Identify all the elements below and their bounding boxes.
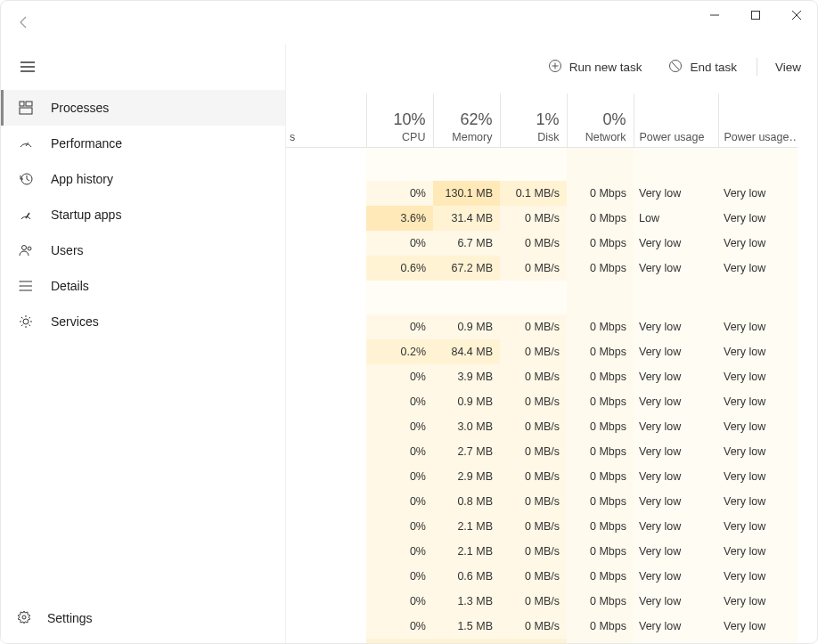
cell: Very low <box>634 489 718 514</box>
table-row[interactable] <box>286 281 798 314</box>
table-row[interactable]: 0%0.8 MB0 MB/s0 MbpsVery lowVery low <box>286 489 798 514</box>
cell: 0.6% <box>366 256 433 281</box>
cell <box>286 589 366 614</box>
nav-item-services[interactable]: Services <box>1 304 285 339</box>
table-row[interactable]: 0%2.1 MB0 MB/s0 MbpsVery lowVery low <box>286 539 798 564</box>
table-row[interactable]: 0%2.7 MB0 MB/s0 MbpsVery lowVery low <box>286 439 798 464</box>
nav-item-users[interactable]: Users <box>1 232 285 268</box>
cell: Very low <box>634 181 718 206</box>
cell: 0 MB/s <box>500 589 567 614</box>
cell <box>286 514 366 539</box>
cell: Very low <box>718 364 798 389</box>
table-row[interactable]: 0%0.9 MB0 MB/s0 MbpsVery lowVery low <box>286 314 798 339</box>
nav-item-performance[interactable]: Performance <box>1 126 285 161</box>
cell: 0 MB/s <box>500 514 567 539</box>
hamburger-button[interactable] <box>6 49 49 85</box>
table-row[interactable]: 0%3.0 MB0 MB/s0 MbpsVery lowVery low <box>286 414 798 439</box>
close-button[interactable] <box>776 1 817 29</box>
cell: Very low <box>718 464 798 489</box>
cell: Very low <box>634 314 718 339</box>
cell: 3.9 MB <box>433 364 500 389</box>
cell: 2.9 MB <box>433 464 500 489</box>
table-row[interactable]: 0%0.9 MB0 MB/s0 MbpsVery lowVery low <box>286 389 798 414</box>
cell: 0 MB/s <box>500 314 567 339</box>
cell: 0 MB/s <box>500 364 567 389</box>
nav-label: Users <box>51 243 84 257</box>
table-row[interactable]: 1.3%15.5 MB0.1 MB/s0 MbpsVery lowVery lo… <box>286 639 798 643</box>
column-header-power-usage-trend[interactable]: Power usage tr... <box>718 94 798 147</box>
cell: 0 MB/s <box>500 614 567 639</box>
cell: Very low <box>718 256 798 281</box>
settings-label: Settings <box>47 611 93 625</box>
cell: Very low <box>634 564 718 589</box>
sidebar: Processes Performance App history Startu… <box>1 44 286 643</box>
nav-item-details[interactable]: Details <box>1 268 285 304</box>
maximize-button[interactable] <box>735 1 776 29</box>
cell: 0% <box>366 464 433 489</box>
cell: 0 Mbps <box>567 564 634 589</box>
svg-point-21 <box>23 319 29 324</box>
window-controls <box>694 1 817 29</box>
toolbar: Run new task End task View <box>541 45 806 88</box>
history-icon <box>17 172 35 186</box>
plus-circle-icon <box>548 59 562 76</box>
table-row[interactable]: 0.2%84.4 MB0 MB/s0 MbpsVery lowVery low <box>286 339 798 364</box>
table-row[interactable]: 0%1.3 MB0 MB/s0 MbpsVery lowVery low <box>286 589 798 614</box>
cell: 0 Mbps <box>567 314 634 339</box>
cell: 0% <box>366 181 433 206</box>
run-new-task-label: Run new task <box>569 61 642 74</box>
table-row[interactable]: 0%130.1 MB0.1 MB/s0 MbpsVery lowVery low <box>286 181 798 206</box>
nav-item-startup-apps[interactable]: Startup apps <box>1 197 285 232</box>
svg-rect-7 <box>20 102 24 106</box>
cell: 0% <box>366 389 433 414</box>
cell: 0 Mbps <box>567 439 634 464</box>
cell: 0% <box>366 514 433 539</box>
end-task-button[interactable]: End task <box>661 53 744 81</box>
end-task-label: End task <box>690 61 737 74</box>
process-table: s 10%CPU 62%Memory 1%Disk 0%Network Powe… <box>286 94 798 643</box>
nav-label: App history <box>51 172 113 186</box>
column-header-disk[interactable]: 1%Disk <box>500 94 567 147</box>
table-row[interactable]: 0.6%67.2 MB0 MB/s0 MbpsVery lowVery low <box>286 256 798 281</box>
nav-item-settings[interactable]: Settings <box>1 600 285 636</box>
grid-icon <box>17 101 35 115</box>
run-new-task-button[interactable]: Run new task <box>541 53 650 81</box>
minimize-button[interactable] <box>694 1 735 29</box>
cell: Very low <box>718 339 798 364</box>
column-header-network[interactable]: 0%Network <box>567 94 634 147</box>
table-row[interactable]: 0%1.5 MB0 MB/s0 MbpsVery lowVery low <box>286 614 798 639</box>
cell: 0 Mbps <box>567 539 634 564</box>
table-row[interactable]: 0%2.1 MB0 MB/s0 MbpsVery lowVery low <box>286 514 798 539</box>
cell <box>286 539 366 564</box>
cell: 0.8 MB <box>433 489 500 514</box>
table-row[interactable]: 3.6%31.4 MB0 MB/s0 MbpsLowVery low <box>286 206 798 231</box>
cell: 0.2% <box>366 339 433 364</box>
table-row[interactable]: 0%6.7 MB0 MB/s0 MbpsVery lowVery low <box>286 231 798 256</box>
cell: 0% <box>366 539 433 564</box>
cell: 0% <box>366 439 433 464</box>
view-label: View <box>775 61 801 74</box>
column-header-power-usage[interactable]: Power usage <box>634 94 718 147</box>
nav-item-app-history[interactable]: App history <box>1 161 285 197</box>
table-row[interactable] <box>286 147 798 181</box>
svg-rect-9 <box>20 108 32 114</box>
nav-item-processes[interactable]: Processes <box>1 90 285 126</box>
column-header-cpu[interactable]: 10%CPU <box>366 94 433 147</box>
table-row[interactable]: 0%3.9 MB0 MB/s0 MbpsVery lowVery low <box>286 364 798 389</box>
view-button[interactable]: View <box>770 55 806 79</box>
back-button[interactable] <box>17 15 31 33</box>
table-row[interactable]: 0%2.9 MB0 MB/s0 MbpsVery lowVery low <box>286 464 798 489</box>
cell: 1.3 MB <box>433 589 500 614</box>
cell: Very low <box>718 639 798 643</box>
column-header-memory[interactable]: 62%Memory <box>433 94 500 147</box>
cell: Very low <box>718 564 798 589</box>
cell: 0 Mbps <box>567 489 634 514</box>
cell: Very low <box>634 589 718 614</box>
table-row[interactable]: 0%0.6 MB0 MB/s0 MbpsVery lowVery low <box>286 564 798 589</box>
svg-point-18 <box>20 281 20 282</box>
cell: 0 Mbps <box>567 389 634 414</box>
column-header-name[interactable]: s <box>286 94 366 147</box>
cell: 0% <box>366 314 433 339</box>
cell: Very low <box>718 181 798 206</box>
cell: 0 Mbps <box>567 231 634 256</box>
